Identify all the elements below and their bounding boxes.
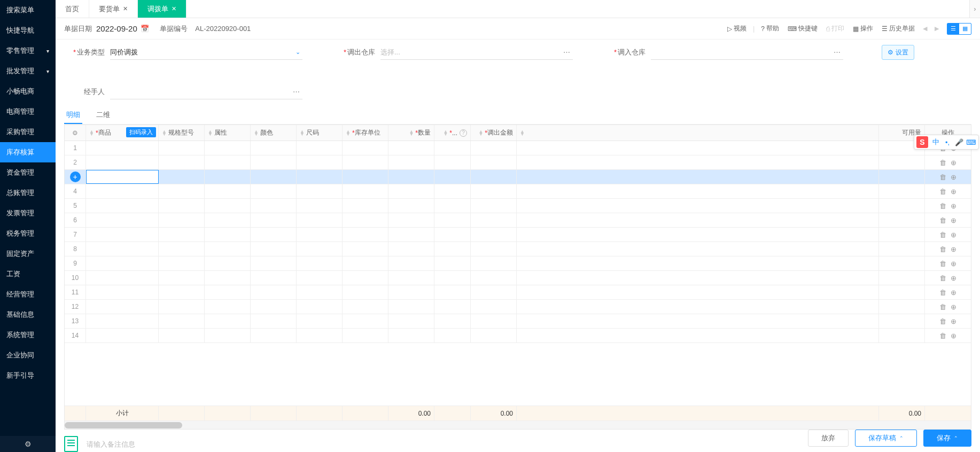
cell-extra[interactable] bbox=[434, 141, 471, 155]
cell-product[interactable] bbox=[86, 141, 159, 155]
save-draft-button[interactable]: 保存草稿⌃ bbox=[855, 430, 917, 447]
cell-extra[interactable] bbox=[434, 329, 471, 342]
cell-color[interactable] bbox=[251, 155, 297, 169]
out-warehouse-select[interactable]: 选择...⋯ bbox=[380, 45, 573, 60]
sidebar-item-11[interactable]: 税务管理 bbox=[0, 223, 56, 244]
sidebar-item-16[interactable]: 系统管理 bbox=[0, 325, 56, 345]
cell-qty[interactable] bbox=[388, 300, 434, 314]
cell-product[interactable] bbox=[86, 170, 159, 184]
cell-size[interactable] bbox=[297, 184, 343, 198]
cell-qty[interactable] bbox=[388, 228, 434, 241]
insert-row-icon[interactable]: ⊕ bbox=[951, 231, 956, 239]
ime-punct-icon[interactable]: •, bbox=[942, 137, 953, 147]
cell-color[interactable] bbox=[251, 141, 297, 155]
handler-select[interactable]: ⋯ bbox=[110, 84, 302, 99]
cell-extra[interactable] bbox=[434, 199, 471, 213]
cell-size[interactable] bbox=[297, 285, 343, 299]
cell-qty[interactable] bbox=[388, 141, 434, 155]
scan-input-button[interactable]: 扫码录入 bbox=[126, 127, 156, 137]
cell-unit[interactable] bbox=[343, 155, 388, 169]
column-qty[interactable]: ▲▼*数量 bbox=[388, 125, 434, 141]
cell-unit[interactable] bbox=[343, 184, 388, 198]
cell-amount[interactable] bbox=[471, 300, 517, 314]
cell-amount[interactable] bbox=[471, 329, 517, 342]
cell-size[interactable] bbox=[297, 170, 343, 184]
sidebar-item-8[interactable]: 资金管理 bbox=[0, 162, 56, 183]
sidebar-item-14[interactable]: 经营管理 bbox=[0, 284, 56, 305]
cell-spec[interactable] bbox=[159, 300, 205, 314]
cell-amount[interactable] bbox=[471, 242, 517, 256]
delete-row-icon[interactable]: 🗑 bbox=[939, 303, 946, 311]
sidebar-item-18[interactable]: 新手引导 bbox=[0, 365, 56, 386]
cell-qty[interactable] bbox=[388, 256, 434, 270]
cell-color[interactable] bbox=[251, 199, 297, 213]
table-row[interactable]: 12🗑⊕ bbox=[65, 300, 971, 314]
sidebar-item-1[interactable]: 快捷导航 bbox=[0, 20, 56, 41]
tab-1[interactable]: 要货单✕ bbox=[89, 0, 138, 18]
cell-spec[interactable] bbox=[159, 213, 205, 227]
cell-qty[interactable] bbox=[388, 329, 434, 342]
cell-qty[interactable] bbox=[388, 314, 434, 328]
table-row[interactable]: 5🗑⊕ bbox=[65, 199, 971, 213]
cell-size[interactable] bbox=[297, 300, 343, 314]
table-row[interactable]: 7🗑⊕ bbox=[65, 228, 971, 242]
cell-color[interactable] bbox=[251, 184, 297, 198]
column-size[interactable]: ▲▼尺码 bbox=[297, 125, 343, 141]
insert-row-icon[interactable]: ⊕ bbox=[951, 188, 956, 196]
cell-product[interactable] bbox=[86, 184, 159, 198]
tab-2[interactable]: 调拨单✕ bbox=[138, 0, 186, 18]
video-button[interactable]: ▷视频 bbox=[724, 23, 750, 34]
table-row[interactable]: 2🗑⊕ bbox=[65, 155, 971, 170]
column-attr[interactable]: ▲▼属性 bbox=[205, 125, 251, 141]
insert-row-icon[interactable]: ⊕ bbox=[951, 303, 956, 311]
cell-spec[interactable] bbox=[159, 271, 205, 285]
insert-row-icon[interactable]: ⊕ bbox=[951, 260, 956, 268]
cell-size[interactable] bbox=[297, 141, 343, 155]
cell-color[interactable] bbox=[251, 271, 297, 285]
cell-attr[interactable] bbox=[205, 285, 251, 299]
in-warehouse-select[interactable]: ⋯ bbox=[651, 45, 843, 60]
cell-spec[interactable] bbox=[159, 329, 205, 342]
cell-product[interactable] bbox=[86, 213, 159, 227]
table-row[interactable]: 9🗑⊕ bbox=[65, 256, 971, 271]
cell-size[interactable] bbox=[297, 199, 343, 213]
table-row[interactable]: 6🗑⊕ bbox=[65, 213, 971, 228]
cell-product[interactable] bbox=[86, 329, 159, 342]
insert-row-icon[interactable]: ⊕ bbox=[951, 159, 956, 167]
delete-row-icon[interactable]: 🗑 bbox=[939, 231, 946, 239]
cell-unit[interactable] bbox=[343, 228, 388, 241]
cell-product[interactable] bbox=[86, 228, 159, 241]
cell-available[interactable] bbox=[879, 285, 925, 299]
cell-product[interactable] bbox=[86, 199, 159, 213]
delete-row-icon[interactable]: 🗑 bbox=[939, 188, 946, 196]
table-row[interactable]: 1🗑⊕ bbox=[65, 141, 971, 155]
view-grid-icon[interactable]: ▦ bbox=[959, 24, 971, 34]
insert-row-icon[interactable]: ⊕ bbox=[951, 317, 956, 325]
ime-mic-icon[interactable]: 🎤 bbox=[954, 137, 965, 147]
cell-amount[interactable] bbox=[471, 256, 517, 270]
info-icon[interactable]: ? bbox=[460, 129, 467, 137]
cell-unit[interactable] bbox=[343, 256, 388, 270]
cell-available[interactable] bbox=[879, 329, 925, 342]
sidebar-item-0[interactable]: 搜索菜单 bbox=[0, 0, 56, 20]
cell-qty[interactable] bbox=[388, 213, 434, 227]
cell-available[interactable] bbox=[879, 213, 925, 227]
cell-size[interactable] bbox=[297, 256, 343, 270]
table-row[interactable]: 11🗑⊕ bbox=[65, 285, 971, 300]
column-amount[interactable]: ▲▼*调出金额 bbox=[471, 125, 517, 141]
sidebar-item-12[interactable]: 固定资产 bbox=[0, 244, 56, 264]
cell-spec[interactable] bbox=[159, 184, 205, 198]
cell-product[interactable] bbox=[86, 271, 159, 285]
cell-size[interactable] bbox=[297, 228, 343, 241]
sidebar-item-10[interactable]: 发票管理 bbox=[0, 203, 56, 223]
next-doc-button[interactable]: ▶ bbox=[932, 23, 942, 35]
cell-attr[interactable] bbox=[205, 271, 251, 285]
cell-extra[interactable] bbox=[434, 256, 471, 270]
sidebar-item-5[interactable]: 电商管理 bbox=[0, 102, 56, 122]
cell-color[interactable] bbox=[251, 300, 297, 314]
ime-toolbar[interactable]: S 中 •, 🎤 ⌨ bbox=[914, 135, 979, 150]
cell-product[interactable] bbox=[86, 285, 159, 299]
sidebar-item-15[interactable]: 基础信息 bbox=[0, 305, 56, 325]
cell-attr[interactable] bbox=[205, 329, 251, 342]
cell-extra[interactable] bbox=[434, 228, 471, 241]
